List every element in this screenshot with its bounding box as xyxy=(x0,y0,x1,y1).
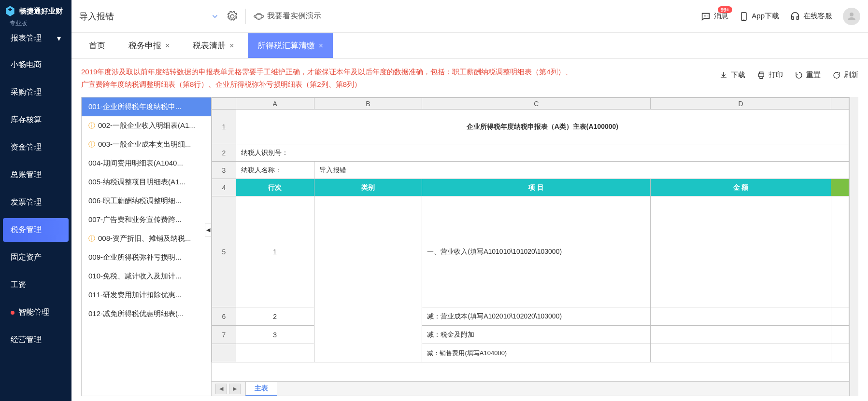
cell-8a[interactable] xyxy=(236,344,314,362)
tree-item-002[interactable]: ⓘ002-一般企业收入明细表(A1... xyxy=(82,116,211,135)
chevron-down-icon[interactable] xyxy=(211,12,219,21)
reset-icon xyxy=(795,71,803,80)
grid-corner[interactable] xyxy=(212,98,236,110)
row-header-1[interactable]: 1 xyxy=(212,110,236,144)
sidebar-item-partial[interactable]: 报表管理▾ xyxy=(0,31,71,51)
cell-7a[interactable]: 3 xyxy=(236,326,314,344)
close-icon[interactable]: × xyxy=(319,41,323,50)
collapse-handle[interactable]: ◀ xyxy=(205,223,212,236)
cell-8d[interactable] xyxy=(651,344,831,362)
question-icon: ⓘ xyxy=(88,140,95,149)
row-header-2[interactable]: 2 xyxy=(212,144,236,162)
tree-item-001[interactable]: 001-企业所得税年度纳税申... xyxy=(82,97,211,116)
row-header-6[interactable]: 6 xyxy=(212,307,236,326)
brand-edition: 专业版 xyxy=(0,19,71,28)
tabs: 首页 税务申报× 税表清册× 所得税汇算清缴× xyxy=(71,33,868,59)
cell-6a[interactable]: 2 xyxy=(236,307,314,326)
tree-item-011[interactable]: 011-研发费用加计扣除优惠... xyxy=(82,286,211,304)
close-icon[interactable]: × xyxy=(165,41,170,50)
cell-6e[interactable] xyxy=(831,307,849,326)
sidebar-item-inventory[interactable]: 库存核算 xyxy=(0,106,71,134)
close-icon[interactable]: × xyxy=(229,41,234,50)
row-header-7[interactable]: 7 xyxy=(212,326,236,344)
service-button[interactable]: 在线客服 xyxy=(790,11,832,22)
row-header-3[interactable]: 3 xyxy=(212,162,236,179)
cell-7c[interactable]: 减：税金及附加 xyxy=(422,326,651,344)
sidebar-item-intelligence[interactable]: 智能管理 xyxy=(0,299,71,326)
refresh-button[interactable]: 刷新 xyxy=(832,70,858,80)
tree-item-010[interactable]: 010-免税、减计收入及加计... xyxy=(82,267,211,286)
row-header-8[interactable] xyxy=(212,344,236,362)
cell-5b[interactable] xyxy=(314,196,422,362)
tab-tax-list[interactable]: 税表清册× xyxy=(183,33,243,58)
sheet-nav-prev[interactable]: ▶ xyxy=(229,384,241,394)
cell-5a[interactable]: 1 xyxy=(236,196,314,307)
refresh-icon xyxy=(832,71,841,80)
header-extra xyxy=(831,179,849,196)
cell-5e[interactable] xyxy=(831,196,849,307)
print-button[interactable]: 打印 xyxy=(757,70,783,80)
demo-link[interactable]: 我要看实例演示 xyxy=(254,11,321,22)
download-button[interactable]: 下载 xyxy=(719,70,745,80)
col-header-d[interactable]: D xyxy=(651,98,831,110)
message-button[interactable]: 消息 99+ xyxy=(700,11,728,22)
tree-item-005[interactable]: 005-纳税调整项目明细表(A1... xyxy=(82,173,211,192)
cell-7d[interactable] xyxy=(651,326,831,344)
tree-item-007[interactable]: 007-广告费和业务宣传费跨... xyxy=(82,210,211,229)
sidebar-item-purchase[interactable]: 采购管理 xyxy=(0,79,71,106)
app-download-button[interactable]: App下载 xyxy=(739,11,779,22)
message-badge: 99+ xyxy=(718,6,733,13)
sidebar-item-salary[interactable]: 工资 xyxy=(0,271,71,299)
vertical-scrollbar[interactable] xyxy=(850,97,858,396)
notice-text: 2019年度涉及取以前年度结转数据的申报表单元格需要手工维护正确，才能保证本年及… xyxy=(81,66,574,90)
sheet-grid[interactable]: A B C D 1 企业所得税年度纳税申报表（A类）主表(A100000) 2 xyxy=(212,97,849,381)
sidebar-item-assets[interactable]: 固定资产 xyxy=(0,244,71,271)
cell-8c[interactable]: 减：销售费用(填写A104000) xyxy=(422,344,651,362)
cell-5c[interactable]: 一、营业收入(填写A101010\101020\103000) xyxy=(422,196,651,307)
cell-taxpayer-name-label[interactable]: 纳税人名称： xyxy=(236,162,314,179)
brand-name: 畅捷通好业财 xyxy=(19,7,63,16)
cell-7e[interactable] xyxy=(831,326,849,344)
download-icon xyxy=(719,71,728,80)
tab-home[interactable]: 首页 xyxy=(79,33,115,58)
sheet-title[interactable]: 企业所得税年度纳税申报表（A类）主表(A100000) xyxy=(236,110,849,144)
sidebar-item-tax[interactable]: 税务管理 xyxy=(3,218,69,242)
cell-taxpayer-name-value[interactable]: 导入报错 xyxy=(314,162,849,179)
tab-tax-declare[interactable]: 税务申报× xyxy=(119,33,179,58)
tab-income-tax[interactable]: 所得税汇算清缴× xyxy=(248,33,333,58)
reset-button[interactable]: 重置 xyxy=(795,70,821,80)
col-header-a[interactable]: A xyxy=(236,98,314,110)
header-search[interactable]: 导入报错 xyxy=(79,11,219,22)
tree-item-012[interactable]: 012-减免所得税优惠明细表(... xyxy=(82,304,211,323)
cell-6d[interactable] xyxy=(651,307,831,326)
sheet-nav-first[interactable]: ◀ xyxy=(215,384,227,394)
sidebar-item-funds[interactable]: 资金管理 xyxy=(0,134,71,161)
gear-icon[interactable] xyxy=(227,11,238,22)
col-header-e[interactable] xyxy=(831,98,849,110)
avatar[interactable] xyxy=(843,8,860,25)
tree-item-009[interactable]: 009-企业所得税弥补亏损明... xyxy=(82,248,211,267)
header-amount: 金 额 xyxy=(651,179,831,196)
tree-item-008[interactable]: ⓘ008-资产折旧、摊销及纳税... xyxy=(82,229,211,248)
sidebar-item-invoice[interactable]: 发票管理 xyxy=(0,189,71,216)
cell-taxpayer-id[interactable]: 纳税人识别号： xyxy=(236,144,849,162)
tree-item-003[interactable]: ⓘ003-一般企业成本支出明细... xyxy=(82,135,211,154)
sheet-tab-main[interactable]: 主表 xyxy=(245,382,277,396)
form-tree: 001-企业所得税年度纳税申... ⓘ002-一般企业收入明细表(A1... ⓘ… xyxy=(81,97,212,396)
sheet-tabs: ◀ ▶ 主表 xyxy=(212,381,849,396)
cell-5d[interactable] xyxy=(651,196,831,307)
cell-6c[interactable]: 减：营业成本(填写A102010\102020\103000) xyxy=(422,307,651,326)
search-text: 导入报错 xyxy=(79,11,205,22)
tree-item-004[interactable]: 004-期间费用明细表(A1040... xyxy=(82,154,211,173)
sidebar-item-ledger[interactable]: 总账管理 xyxy=(0,161,71,189)
cell-8e[interactable] xyxy=(831,344,849,362)
user-icon xyxy=(846,11,857,22)
tree-item-006[interactable]: 006-职工薪酬纳税调整明细... xyxy=(82,192,211,210)
sidebar-item-ecommerce[interactable]: 小畅电商 xyxy=(0,51,71,79)
row-header-4[interactable]: 4 xyxy=(212,179,236,196)
sidebar-item-business[interactable]: 经营管理 xyxy=(0,326,71,354)
col-header-b[interactable]: B xyxy=(314,98,422,110)
col-header-c[interactable]: C xyxy=(422,98,651,110)
row-header-5[interactable]: 5 xyxy=(212,196,236,307)
brand-logo: 畅捷通好业财 xyxy=(0,0,71,19)
